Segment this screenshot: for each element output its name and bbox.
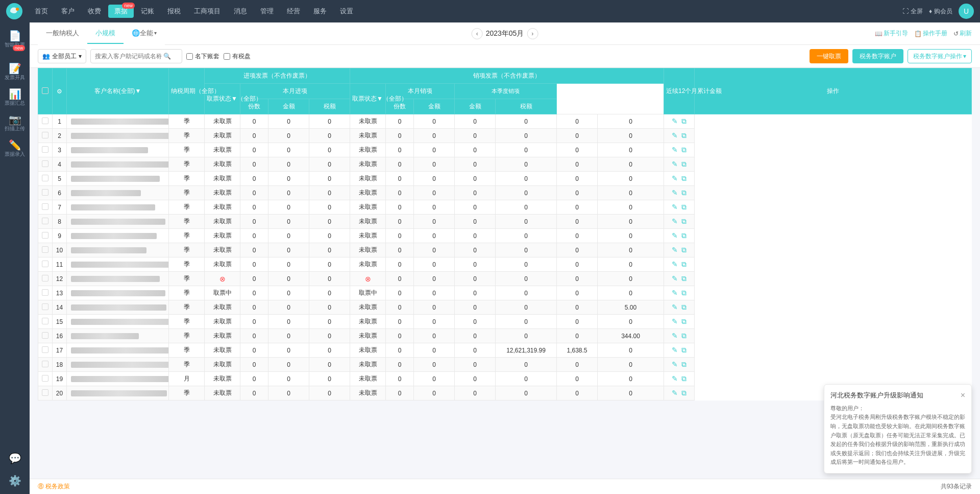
digital-account-ops-btn[interactable]: 税务数字账户操作 ▾ [908,49,972,63]
edit-icon[interactable]: ✎ [672,246,678,254]
nav-item-工商项目[interactable]: 工商项目 [188,5,227,18]
edit-icon[interactable]: ✎ [672,117,678,125]
date-next-btn[interactable]: › [527,28,538,39]
copy-icon[interactable]: ⧉ [681,317,687,325]
copy-icon[interactable]: ⧉ [681,217,687,225]
row-checkbox[interactable] [38,129,53,143]
nav-item-经营[interactable]: 经营 [281,5,306,18]
checkbox-account[interactable]: 名下账套 [186,52,219,61]
edit-icon[interactable]: ✎ [672,203,678,211]
employee-select[interactable]: 👥 全部员工 ▾ [38,49,86,63]
copy-icon[interactable]: ⧉ [681,332,687,340]
row-checkbox[interactable] [38,257,53,272]
sidebar-item-0[interactable]: 📄 智能取票 new [1,27,29,59]
copy-icon[interactable]: ⧉ [681,346,687,354]
nav-item-客户[interactable]: 客户 [55,5,81,18]
edit-icon[interactable]: ✎ [672,174,678,182]
edit-icon[interactable]: ✎ [672,389,678,397]
copy-icon[interactable]: ⧉ [681,274,687,283]
row-checkbox[interactable] [38,172,53,186]
nav-item-票据[interactable]: 票据new [108,5,134,18]
edit-icon[interactable]: ✎ [672,160,678,168]
copy-icon[interactable]: ⧉ [681,360,687,368]
edit-icon[interactable]: ✎ [672,260,678,268]
nav-item-报税[interactable]: 报税 [161,5,187,18]
row-checkbox[interactable] [38,143,53,157]
edit-icon[interactable]: ✎ [672,374,678,383]
copy-icon[interactable]: ⧉ [681,303,687,311]
row-checkbox[interactable] [38,386,53,401]
date-prev-btn[interactable]: ‹ [472,28,483,39]
edit-icon[interactable]: ✎ [672,317,678,325]
nav-item-收费[interactable]: 收费 [82,5,107,18]
sidebar-item-message[interactable]: 💬 [1,449,29,467]
edit-icon[interactable]: ✎ [672,303,678,311]
sidebar-item-3[interactable]: 📷 扫描上传 [1,110,29,136]
sub-nav-all[interactable]: 🌐 全能 ▾ [124,23,165,44]
sub-nav-small-scale[interactable]: 小规模 [87,23,124,44]
nav-item-消息[interactable]: 消息 [228,5,253,18]
row-checkbox[interactable] [38,300,53,315]
copy-icon[interactable]: ⧉ [681,174,687,182]
fetch-tickets-btn[interactable]: 一键取票 [810,49,848,63]
search-input[interactable] [95,53,161,60]
nav-item-管理[interactable]: 管理 [254,5,280,18]
row-checkbox[interactable] [38,114,53,129]
row-checkbox[interactable] [38,186,53,200]
copy-icon[interactable]: ⧉ [681,374,687,383]
refresh-btn[interactable]: ↺ 刷新 [953,29,972,38]
edit-icon[interactable]: ✎ [672,332,678,340]
row-checkbox[interactable] [38,372,53,386]
copy-icon[interactable]: ⧉ [681,231,687,240]
row-checkbox[interactable] [38,200,53,215]
sidebar-item-1[interactable]: 📝 发票开具 [1,59,29,85]
row-checkbox[interactable] [38,343,53,358]
nav-item-首页[interactable]: 首页 [29,5,54,18]
copy-icon[interactable]: ⧉ [681,203,687,211]
notification-close-btn[interactable]: × [961,391,965,400]
row-checkbox[interactable] [38,243,53,257]
edit-icon[interactable]: ✎ [672,217,678,225]
select-all-checkbox[interactable] [42,87,48,94]
digital-account-btn[interactable]: 税务数字账户 [852,49,903,63]
sidebar-item-settings[interactable]: ⚙️ [1,472,29,490]
edit-icon[interactable]: ✎ [672,274,678,283]
edit-icon[interactable]: ✎ [672,360,678,368]
row-checkbox[interactable] [38,329,53,343]
sidebar-item-4[interactable]: ✏️ 票据录入 [1,136,29,161]
member-btn[interactable]: ♦ 购会员 [929,7,952,16]
fullscreen-btn[interactable]: ⛶ 全屏 [902,7,923,16]
edit-icon[interactable]: ✎ [672,131,678,139]
copy-icon[interactable]: ⧉ [681,160,687,168]
copy-icon[interactable]: ⧉ [681,117,687,125]
nav-item-设置[interactable]: 设置 [334,5,359,18]
edit-icon[interactable]: ✎ [672,146,678,154]
row-checkbox[interactable] [38,315,53,329]
user-avatar[interactable]: U [959,4,974,19]
row-checkbox[interactable] [38,229,53,243]
policy-link[interactable]: ⑧ 税务政策 [38,482,70,491]
row-checkbox[interactable] [38,286,53,300]
edit-icon[interactable]: ✎ [672,289,678,297]
manual-btn[interactable]: 📋 操作手册 [914,29,947,38]
copy-icon[interactable]: ⧉ [681,389,687,397]
copy-icon[interactable]: ⧉ [681,246,687,254]
checkbox-taxdisk[interactable]: 有税盘 [224,52,251,61]
row-checkbox[interactable] [38,215,53,229]
copy-icon[interactable]: ⧉ [681,260,687,268]
copy-icon[interactable]: ⧉ [681,131,687,139]
sidebar-item-2[interactable]: 📊 票据汇总 [1,85,29,110]
row-checkbox[interactable] [38,157,53,172]
nav-item-服务[interactable]: 服务 [307,5,333,18]
copy-icon[interactable]: ⧉ [681,189,687,197]
settings-icon[interactable]: ⚙ [57,88,62,95]
row-checkbox[interactable] [38,358,53,372]
sub-nav-general-tax[interactable]: 一般纳税人 [38,23,87,44]
edit-icon[interactable]: ✎ [672,189,678,197]
nav-item-记账[interactable]: 记账 [135,5,160,18]
copy-icon[interactable]: ⧉ [681,146,687,154]
row-checkbox[interactable] [38,272,53,286]
edit-icon[interactable]: ✎ [672,346,678,354]
new-guide-btn[interactable]: 📖 新手引导 [875,29,908,38]
edit-icon[interactable]: ✎ [672,231,678,240]
